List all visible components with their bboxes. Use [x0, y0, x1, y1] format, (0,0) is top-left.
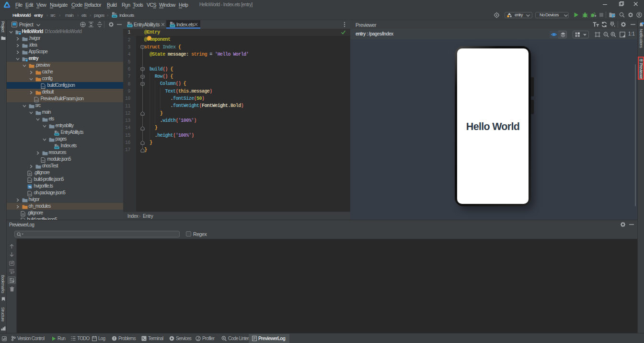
svg-text:TS: TS: [28, 186, 32, 189]
